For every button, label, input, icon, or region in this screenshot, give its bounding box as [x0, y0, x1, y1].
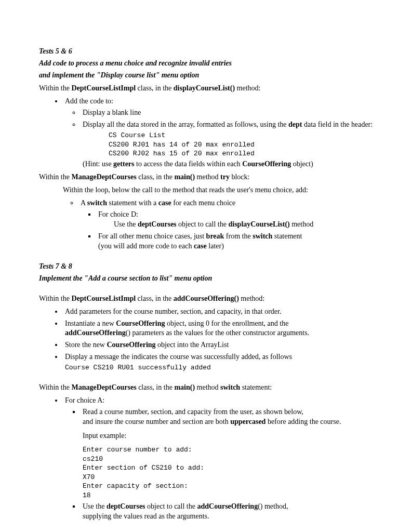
text: class, in the — [137, 383, 175, 391]
field-name: dept — [288, 121, 302, 128]
term: getters — [113, 160, 134, 168]
case-note: (you will add more code to each case lat… — [98, 242, 375, 251]
list-item: Display a message the indicates the cour… — [63, 352, 375, 372]
text: method: — [239, 295, 264, 302]
object-name: deptCourses — [138, 220, 177, 228]
text: to access the data fields within each — [135, 160, 243, 168]
text: A — [81, 199, 87, 207]
text: class, in the — [137, 173, 175, 181]
list-item: Read a course number, section, and capac… — [81, 407, 375, 500]
s1-sublist-3: For choice D: Use the deptCourses object… — [81, 210, 375, 251]
text: object into the ArrayList — [156, 341, 229, 349]
code-block-input-example: Enter course number to add: cs210 Enter … — [83, 445, 375, 500]
s1-loop-text: Within the loop, below the call to the m… — [39, 185, 375, 195]
text: block: — [230, 173, 250, 181]
text: Use the — [114, 220, 138, 228]
object-name: deptCourses — [107, 502, 145, 510]
text: and insure the course number and section… — [83, 418, 230, 425]
text: object, using 0 for the enrollment, and … — [165, 320, 288, 327]
s2-intro-1: Within the DeptCourseListImpl class, in … — [39, 294, 375, 304]
text: For all other menu choice cases, just — [98, 232, 206, 240]
keyword: break — [206, 232, 224, 240]
list-item: A switch statement with a case for each … — [78, 198, 375, 251]
class-name: ManageDeptCourses — [71, 383, 136, 391]
list-item: For all other menu choice cases, just br… — [96, 232, 375, 251]
tests-5-6-heading-line1: Tests 5 & 6 — [39, 47, 375, 57]
text: Use the — [83, 502, 107, 510]
text: Instantiate a new — [65, 320, 116, 327]
method-name: main() — [174, 173, 195, 181]
text: from the — [224, 232, 253, 240]
s1-intro-2: Within the ManageDeptCourses class, in t… — [39, 172, 375, 182]
method-name: addCourseOffering — [65, 329, 126, 337]
text: supplying the values read as the argumen… — [83, 512, 209, 520]
text: before adding the course. — [266, 418, 341, 425]
class-name: DeptCourseListImpl — [71, 295, 136, 302]
text: statement — [272, 232, 302, 240]
input-example-label: Input example: — [83, 431, 375, 441]
text: method — [195, 383, 220, 391]
text: Within the — [39, 173, 71, 181]
s1-sublist-2: A switch statement with a case for each … — [39, 198, 375, 251]
text: For choice D: — [98, 210, 138, 218]
class-name: ManageDeptCourses — [71, 173, 136, 181]
s1-list-1: Add the code to: Display a blank line Di… — [39, 97, 375, 169]
class-name: CourseOffering — [116, 320, 165, 327]
class-name: CourseOffering — [242, 160, 291, 168]
text: Store the new — [65, 341, 107, 349]
tests-5-6-heading-line2: Add code to process a menu choice and re… — [39, 59, 375, 69]
list-item: Instantiate a new CourseOffering object,… — [63, 319, 375, 339]
keyword: case — [194, 242, 207, 250]
text: Add the code to: — [65, 97, 113, 105]
s1-intro-1: Within the DeptCourseListImpl class, in … — [39, 84, 375, 94]
text: Display a message the indicates the cour… — [65, 353, 292, 361]
tests-7-8-heading-line2: Implement the "Add a course section to l… — [39, 274, 375, 284]
text: method — [290, 220, 314, 228]
keyword: switch — [87, 199, 107, 207]
text: for each menu choice — [171, 199, 236, 207]
method-name: addCourseOffering — [197, 502, 258, 510]
text: For choice A: — [65, 396, 104, 404]
keyword: switch — [253, 232, 272, 240]
method-name: displayCourseList() — [174, 84, 235, 92]
class-name: CourseOffering — [107, 341, 155, 349]
text: Display all the data stored in the array… — [83, 121, 288, 128]
s2-intro-2: Within the ManageDeptCourses class, in t… — [39, 383, 375, 393]
s1-sublist-1: Display a blank line Display all the dat… — [65, 108, 375, 169]
text: object to call the — [177, 220, 229, 228]
text: () method, — [258, 502, 288, 510]
text: object to call the — [145, 502, 197, 510]
tests-5-6-heading-line3: and implement the "Display course list" … — [39, 71, 375, 81]
list-item: Use the deptCourses object to call the a… — [81, 502, 375, 522]
tests-7-8-heading-line1: Tests 7 & 8 — [39, 262, 375, 272]
list-item: Add the code to: Display a blank line Di… — [63, 97, 375, 169]
text: Within the — [39, 383, 71, 391]
s2-list-2: For choice A: Read a course number, sect… — [39, 396, 375, 522]
method-name: displayCourseList() — [228, 220, 289, 228]
text: method — [195, 173, 220, 181]
code-block-success-msg: Course CS210 RU01 successfully added — [65, 363, 375, 373]
code-block-course-list: CS Course List CS200 RJ01 has 14 of 20 m… — [83, 131, 375, 158]
text: statement: — [240, 383, 272, 391]
list-item: Add parameters for the course number, se… — [63, 307, 375, 317]
choice-d-detail: Use the deptCourses object to call the d… — [98, 220, 375, 230]
term: uppercased — [230, 418, 266, 425]
text: method: — [235, 84, 260, 92]
text: (you will add more code to each — [98, 242, 194, 250]
list-item: For choice A: Read a course number, sect… — [63, 396, 375, 522]
text: later) — [207, 242, 224, 250]
list-item: For choice D: Use the deptCourses object… — [96, 210, 375, 230]
text: Within the — [39, 84, 71, 92]
text: Within the — [39, 295, 71, 302]
method-name: main() — [174, 383, 195, 391]
s2-list-1: Add parameters for the course number, se… — [39, 307, 375, 373]
text: (Hint: use — [83, 160, 113, 168]
hint-text: (Hint: use getters to access the data fi… — [83, 159, 375, 169]
text: statement with a — [107, 199, 158, 207]
text: data field in the header: — [302, 121, 373, 128]
text: object) — [291, 160, 313, 168]
text: class, in the — [136, 84, 174, 92]
text: () parameters as the values for the othe… — [126, 329, 310, 337]
keyword: switch — [220, 383, 240, 391]
class-name: DeptCourseListImpl — [71, 84, 136, 92]
